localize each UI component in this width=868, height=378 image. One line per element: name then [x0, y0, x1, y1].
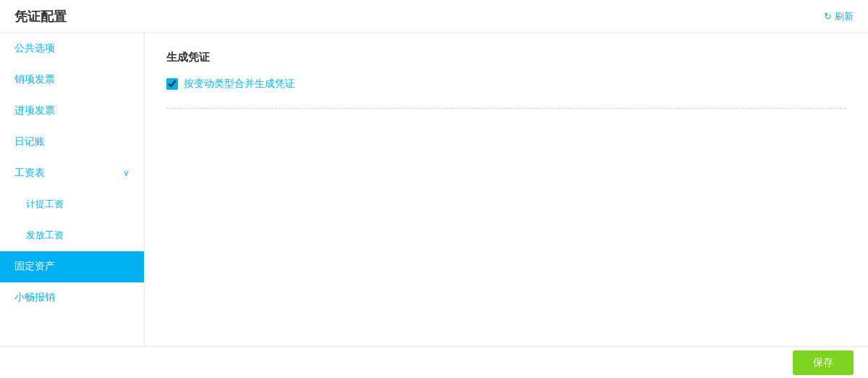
sidebar: 公共选项销项发票进项发票日记账工资表∨计提工资发放工资固定资产小畅报销 [0, 33, 145, 346]
sidebar-item-label: 日记账 [14, 135, 45, 148]
sidebar-item-label: 工资表 [14, 167, 45, 180]
section-title: 生成凭证 [166, 51, 846, 64]
main-content: 生成凭证 按变动类型合并生成凭证 [145, 33, 868, 346]
sidebar-item-label: 进项发票 [14, 104, 55, 117]
sidebar-item-accrual-payroll[interactable]: 计提工资 [0, 189, 144, 220]
merge-by-type-checkbox[interactable] [166, 78, 178, 90]
checkbox-row: 按变动类型合并生成凭证 [166, 77, 846, 91]
sidebar-item-label: 小畅报销 [14, 291, 55, 304]
sidebar-item-fixed-assets[interactable]: 固定资产 [0, 251, 144, 282]
sidebar-item-expense-claim[interactable]: 小畅报销 [0, 282, 144, 314]
refresh-icon: ↻ [824, 11, 832, 22]
sidebar-item-label: 公共选项 [14, 42, 55, 55]
page-footer: 保存 [0, 346, 868, 378]
sidebar-item-label: 固定资产 [14, 260, 55, 273]
sidebar-item-label: 销项发票 [14, 73, 55, 86]
sidebar-item-issue-payroll[interactable]: 发放工资 [0, 220, 144, 251]
sidebar-item-label: 发放工资 [26, 229, 64, 242]
refresh-button[interactable]: ↻ 刷新 [824, 10, 854, 23]
sidebar-item-purchase-invoice[interactable]: 进项发票 [0, 96, 144, 127]
page-header: 凭证配置 ↻ 刷新 [0, 0, 868, 33]
sidebar-item-journal[interactable]: 日记账 [0, 127, 144, 158]
main-layout: 公共选项销项发票进项发票日记账工资表∨计提工资发放工资固定资产小畅报销 生成凭证… [0, 33, 868, 346]
sidebar-item-sales-invoice[interactable]: 销项发票 [0, 64, 144, 96]
save-button[interactable]: 保存 [793, 350, 854, 375]
refresh-label: 刷新 [835, 10, 854, 23]
chevron-down-icon: ∨ [123, 168, 129, 178]
page-title: 凭证配置 [14, 8, 67, 25]
section-divider [166, 108, 846, 109]
sidebar-item-public-options[interactable]: 公共选项 [0, 33, 144, 64]
sidebar-item-payroll-table[interactable]: 工资表∨ [0, 158, 144, 189]
sidebar-item-label: 计提工资 [26, 198, 64, 211]
merge-by-type-label[interactable]: 按变动类型合并生成凭证 [184, 77, 295, 91]
